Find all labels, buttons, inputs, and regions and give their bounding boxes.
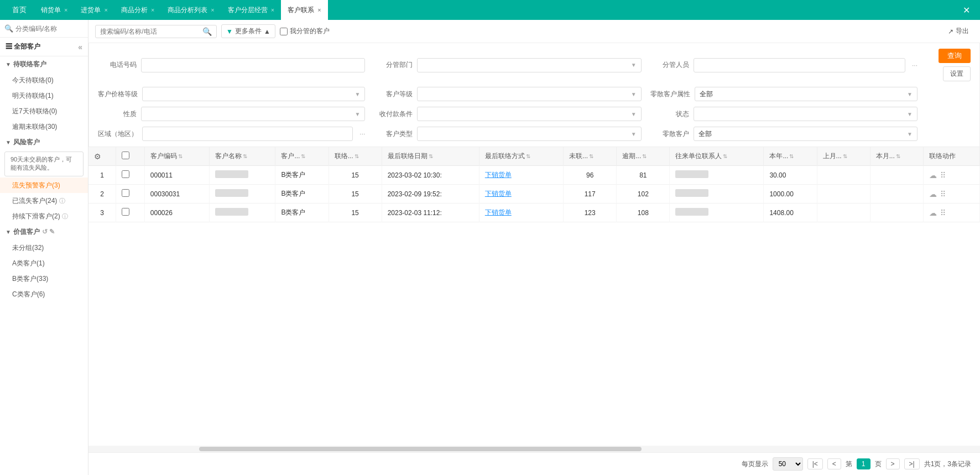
first-page-button[interactable]: |< [807, 458, 823, 469]
cell-seq: 3 [88, 203, 116, 222]
cell-code: 000026 [144, 203, 209, 222]
row-checkbox[interactable] [122, 189, 129, 197]
sidebar-item-churned[interactable]: 已流失客户(24) ⓘ [0, 193, 88, 208]
contact-action-icon[interactable]: ☁ [929, 208, 937, 217]
row-checkbox[interactable] [122, 208, 129, 216]
more-action-icon[interactable]: ⠿ [940, 190, 946, 199]
close-all-button[interactable]: ✕ [957, 5, 976, 15]
filter-row-4: 区域（地区） ··· 客户类型 ▼ 零散客户 全部▼ [98, 127, 971, 141]
cell-checkbox [116, 185, 145, 203]
nav-tab-purchase[interactable]: 进货单 × [74, 0, 114, 20]
chevron-down-icon: ▼ [907, 111, 913, 117]
sidebar-item-declining[interactable]: 持续下滑客户(2) ⓘ [0, 208, 88, 224]
filter-customer-type-select[interactable]: ▼ [417, 127, 641, 141]
filter-level-select[interactable]: ▼ [417, 87, 641, 101]
nav-tab-customer-layering[interactable]: 客户分层经营 × [221, 0, 281, 20]
filter-status-select[interactable]: ▼ [694, 107, 918, 121]
sidebar-item-week-pending[interactable]: 近7天待联络(0) [0, 103, 88, 119]
sidebar-item-class-b[interactable]: B类客户(33) [0, 271, 88, 286]
nav-tab-product-analysis[interactable]: 商品分析 × [114, 0, 161, 20]
sidebar-item-unclassified[interactable]: 未分组(32) [0, 240, 88, 255]
filter-region-input[interactable] [142, 127, 353, 141]
cell-last-month [817, 166, 870, 185]
scrollbar-thumb[interactable] [199, 447, 642, 451]
export-button[interactable]: ↗ 导出 [943, 25, 973, 38]
contact-action-icon[interactable]: ☁ [929, 190, 937, 199]
filter-person-input[interactable] [694, 58, 905, 72]
sort-icon[interactable]: ⇅ [355, 153, 359, 159]
cell-checkbox [116, 203, 145, 222]
sidebar-item-tomorrow-pending[interactable]: 明天待联络(1) [0, 88, 88, 103]
horizontal-scrollbar[interactable] [88, 446, 980, 452]
nav-tab-customer-contact[interactable]: 客户联系 × [281, 0, 327, 20]
cell-last-method[interactable]: 下销货单 [479, 185, 563, 203]
search-icon: 🔍 [4, 24, 13, 33]
per-page-select[interactable]: 50 100 [773, 457, 803, 471]
filter-nature-select[interactable]: ▼ [141, 107, 365, 121]
sort-icon[interactable]: ⇅ [843, 153, 847, 159]
sort-icon[interactable]: ⇅ [589, 153, 593, 159]
sort-icon[interactable]: ⇅ [301, 153, 305, 159]
settings-button[interactable]: 设置 [943, 66, 971, 81]
arrow-down-icon: ▼ [6, 139, 11, 145]
sidebar-item-class-a[interactable]: A类客户(1) [0, 255, 88, 271]
collapse-icon[interactable]: « [78, 43, 82, 51]
contact-action-icon[interactable]: ☁ [929, 171, 937, 180]
more-icon[interactable]: ··· [359, 130, 365, 138]
select-all-checkbox[interactable] [122, 152, 129, 159]
more-action-icon[interactable]: ⠿ [940, 171, 946, 180]
current-page-button[interactable]: 1 [857, 458, 870, 469]
more-icon[interactable]: ··· [912, 61, 918, 69]
my-customer-checkbox-area[interactable]: 我分管的客户 [280, 27, 330, 36]
sidebar-item-overdue-pending[interactable]: 逾期未联络(30) [0, 119, 88, 134]
sort-icon[interactable]: ⇅ [178, 153, 183, 159]
search-input[interactable] [100, 28, 202, 35]
prev-page-button[interactable]: < [827, 458, 841, 469]
filter-scatter-select[interactable]: 全部▼ [695, 87, 918, 101]
more-filter-button[interactable]: ▼ 更多条件 ▲ [221, 24, 275, 38]
nav-tab-sales[interactable]: 销货单 × [34, 0, 74, 20]
sidebar-section-pending[interactable]: ▼ 待联络客户 [0, 56, 88, 72]
filter-row-3: 性质 ▼ 收付款条件 ▼ 状态 ▼ [98, 107, 971, 121]
my-customer-checkbox[interactable] [280, 28, 288, 35]
filter-field-scatter-customer: 零散客户 全部▼ [650, 127, 918, 141]
sort-icon[interactable]: ⇅ [896, 153, 900, 159]
filter-payment-select[interactable]: ▼ [417, 107, 641, 121]
filter-phone-input[interactable] [141, 58, 365, 72]
sidebar-section-value[interactable]: ▼ 价值客户 ↺ ✎ [0, 224, 88, 240]
sort-icon[interactable]: ⇅ [789, 153, 794, 159]
sidebar-section-risk[interactable]: ▼ 风险客户 [0, 134, 88, 150]
sidebar-item-class-c[interactable]: C类客户(6) [0, 286, 88, 302]
cell-last-month [817, 203, 870, 222]
search-button[interactable]: 🔍 [202, 27, 212, 36]
row-checkbox[interactable] [122, 170, 129, 178]
filter-scatter-customer-select[interactable]: 全部▼ [694, 127, 918, 141]
sort-icon[interactable]: ⇅ [243, 153, 247, 159]
nav-tab-product-analysis-list[interactable]: 商品分析列表 × [161, 0, 221, 20]
sidebar-all-customers[interactable]: ☰ 全部客户 « [0, 38, 88, 56]
sort-icon[interactable]: ⇅ [723, 153, 727, 159]
filter-label-dept: 分管部门 [374, 60, 413, 70]
arrow-down-icon: ▼ [6, 61, 11, 67]
next-page-button[interactable]: > [886, 458, 900, 469]
last-page-button[interactable]: >| [904, 458, 920, 469]
settings-icon[interactable]: ⚙ [94, 152, 101, 161]
sort-icon[interactable]: ⇅ [642, 153, 647, 159]
sort-icon[interactable]: ⇅ [429, 153, 433, 159]
sort-icon[interactable]: ⇅ [526, 153, 530, 159]
filter-dept-select[interactable]: ▼ [417, 58, 641, 72]
sidebar-item-today-pending[interactable]: 今天待联络(0) [0, 72, 88, 88]
sidebar-search-input[interactable] [15, 25, 84, 33]
query-button[interactable]: 查询 [939, 49, 971, 63]
sidebar-item-churn-warning[interactable]: 流失预警客户(3) [0, 178, 88, 193]
cell-last-method[interactable]: 下销货单 [479, 166, 563, 185]
cell-overdue: 108 [617, 203, 670, 222]
chevron-down-icon: ▼ [631, 131, 637, 137]
filter-field-scatter-attr: 零散客户属性 全部▼ [650, 87, 918, 101]
cell-last-date: 2023-03-02 10:30: [382, 166, 479, 185]
toolbar: 🔍 ▼ 更多条件 ▲ 我分管的客户 ↗ 导出 [88, 20, 980, 43]
more-action-icon[interactable]: ⠿ [940, 208, 946, 217]
nav-home[interactable]: 首页 [4, 5, 34, 15]
filter-price-select[interactable]: ▼ [142, 87, 365, 101]
cell-last-method[interactable]: 下销货单 [479, 203, 563, 222]
